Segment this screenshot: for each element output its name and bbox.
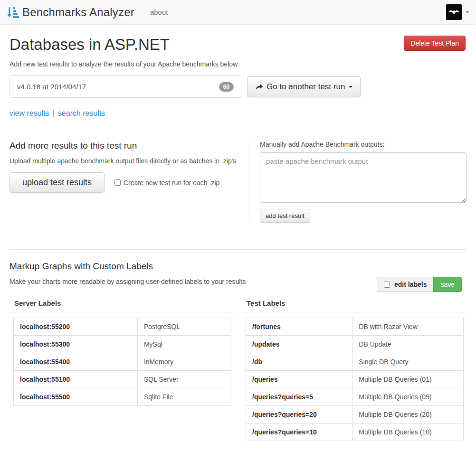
server-labels-title: Server Labels [10, 299, 234, 307]
edit-labels-label: edit labels [394, 281, 427, 288]
brand-title: Benchmarks Analyzer [22, 6, 134, 19]
search-results-link[interactable]: search results [58, 109, 105, 117]
navbar: Benchmarks Analyzer about [0, 0, 476, 25]
sort-amount-icon [7, 6, 19, 19]
goto-test-run-button[interactable]: Go to another test run [247, 76, 361, 97]
test-key: /db [246, 353, 352, 371]
server-key: localhost:55200 [14, 318, 138, 336]
result-count-badge: 60 [219, 82, 234, 92]
new-run-per-zip-checkbox[interactable] [114, 179, 121, 186]
new-run-per-zip-label: Create new test run for each .zip [124, 179, 219, 187]
test-labels-rule [242, 312, 466, 312]
table-row: /queries?queries=5 Multiple DB Queries (… [246, 388, 464, 406]
add-results-heading: Add more results to this test run [10, 141, 237, 151]
current-test-run-panel[interactable]: v4.0.18 at 2014/04/17 60 [10, 75, 241, 98]
server-label-value: InMemory [137, 353, 231, 371]
test-key: /fortunes [246, 318, 352, 336]
server-label-value: Sqlite File [137, 388, 231, 406]
test-run-name: v4.0.18 at 2014/04/17 [17, 83, 86, 91]
table-row: /updates DB Update [246, 336, 464, 353]
test-label-value: DB with Razor View [352, 318, 463, 336]
labels-heading: Markup Graphs with Custom Labels [10, 261, 466, 272]
new-run-per-zip-option: Create new test run for each .zip [114, 179, 219, 187]
server-labels-table: localhost:55200 PostgreSQL localhost:553… [13, 318, 231, 406]
test-labels-table: /fortunes DB with Razor View /updates DB… [246, 318, 464, 441]
test-label-value: Single DB Query [352, 353, 463, 371]
edit-labels-checkbox[interactable] [384, 282, 390, 288]
server-key: localhost:55400 [14, 353, 138, 371]
save-labels-button[interactable]: save [433, 277, 462, 292]
test-key: /queries [246, 371, 352, 388]
edit-labels-toggle[interactable]: edit labels [377, 277, 434, 292]
table-row: localhost:55500 Sqlite File [14, 388, 231, 406]
test-labels-title: Test Labels [242, 299, 466, 307]
manual-add-label: Manually add Apache Benchmark outputs: [260, 141, 466, 148]
table-row: localhost:55300 MySql [14, 336, 231, 353]
server-key: localhost:55100 [14, 371, 138, 388]
table-row: /db Single DB Query [246, 353, 464, 371]
table-row: localhost:55100 SQL Server [14, 371, 231, 388]
test-label-value: Multiple DB Queries (05) [352, 388, 463, 406]
avatar [446, 4, 462, 20]
benchmark-output-textarea[interactable] [260, 152, 466, 203]
chevron-down-icon [466, 11, 469, 13]
test-key: /queries?queries=5 [246, 388, 352, 406]
nav-about-link[interactable]: about [150, 8, 168, 16]
page-subtitle: Add new test results to analyze the resu… [10, 60, 466, 68]
caret-down-icon [349, 86, 352, 88]
table-row: /fortunes DB with Razor View [246, 318, 464, 336]
add-test-result-button[interactable]: add test result [260, 209, 310, 223]
server-label-value: PostgreSQL [137, 318, 231, 336]
test-label-value: Multiple DB Queries (10) [352, 423, 463, 441]
view-results-link[interactable]: view results [10, 109, 49, 117]
delete-test-plan-button[interactable]: Delete Test Plan [404, 36, 466, 51]
test-key: /queries?queries=20 [246, 406, 352, 423]
brand[interactable]: Benchmarks Analyzer [7, 6, 134, 19]
server-labels-rule [10, 312, 234, 312]
goto-test-run-label: Go to another test run [267, 82, 345, 92]
table-row: /queries Multiple DB Queries (01) [246, 371, 464, 388]
test-key: /queries?queries=10 [246, 423, 352, 441]
server-key: localhost:55300 [14, 336, 138, 353]
section-divider [10, 249, 466, 250]
page-title: Databases in ASP.NET [10, 36, 170, 54]
test-label-value: DB Update [352, 336, 463, 353]
user-menu[interactable] [446, 4, 469, 20]
server-key: localhost:55500 [14, 388, 138, 406]
links-separator: | [53, 109, 55, 117]
table-row: /queries?queries=10 Multiple DB Queries … [246, 423, 464, 441]
server-label-value: MySql [137, 336, 231, 353]
table-row: localhost:55400 InMemory [14, 353, 231, 371]
table-row: localhost:55200 PostgreSQL [14, 318, 231, 336]
test-label-value: Multiple DB Queries (01) [352, 371, 463, 388]
test-key: /updates [246, 336, 352, 353]
upload-test-results-button[interactable]: upload test results [10, 172, 105, 193]
upload-hint: Upload multiple apache benchmark output … [10, 157, 237, 165]
test-label-value: Multiple DB Queries (20) [352, 406, 463, 423]
bat-logo-icon [447, 5, 461, 19]
share-arrow-icon [255, 83, 263, 91]
table-row: /queries?queries=20 Multiple DB Queries … [246, 406, 464, 423]
server-label-value: SQL Server [137, 371, 231, 388]
